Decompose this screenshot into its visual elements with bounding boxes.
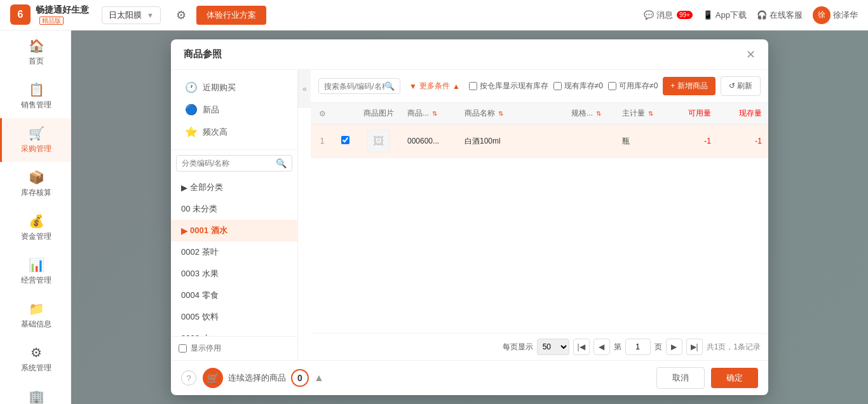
sidebar-item-basic[interactable]: 📁 基础信息 bbox=[0, 293, 71, 337]
avail-not-zero-checkbox-label[interactable]: 可用库存≠0 bbox=[608, 81, 658, 91]
sidebar-item-sales[interactable]: 📋 销售管理 bbox=[0, 74, 71, 118]
category-0008[interactable]: 0008 水 bbox=[171, 328, 297, 336]
quick-new[interactable]: 🔵 新品 bbox=[177, 98, 291, 121]
user-profile-item[interactable]: 徐 徐泽华 bbox=[813, 6, 858, 24]
category-0001[interactable]: ▶ 0001 酒水 bbox=[171, 220, 297, 241]
sidebar-item-purchase[interactable]: 🛒 采购管理 bbox=[0, 118, 71, 162]
refresh-button[interactable]: ↺ 刷新 bbox=[721, 76, 761, 96]
category-00[interactable]: 00 未分类 bbox=[171, 198, 297, 220]
row-stock: -1 bbox=[717, 125, 768, 158]
category-search-input[interactable] bbox=[182, 159, 276, 168]
stock-not-zero-checkbox[interactable] bbox=[553, 82, 562, 90]
quick-recent[interactable]: 🕐 近期购买 bbox=[177, 76, 291, 98]
product-table-area: ⚙ 商品图片 商品... ⇅ 商品名称 bbox=[311, 103, 768, 333]
modal-title: 商品参照 bbox=[184, 48, 222, 60]
chevron-down-icon: ▼ bbox=[147, 11, 154, 19]
prev-page-button[interactable]: ◀ bbox=[593, 339, 610, 355]
sidebar-item-finance[interactable]: 💰 资金管理 bbox=[0, 206, 71, 250]
th-stock: 现存量 bbox=[717, 103, 768, 125]
nav-right-area: 💬 消息 99+ 📱 App下载 🎧 在线客服 徐 徐泽华 bbox=[644, 6, 858, 24]
sidebar-item-system[interactable]: ⚙ 系统管理 bbox=[0, 337, 71, 381]
star-icon: ⭐ bbox=[185, 126, 198, 138]
notifications-item[interactable]: 💬 消息 99+ bbox=[644, 10, 693, 21]
per-page-label: 每页显示 bbox=[503, 342, 533, 353]
category-0003[interactable]: 0003 水果 bbox=[171, 263, 297, 285]
per-page-select[interactable]: 50 10 20 100 bbox=[537, 339, 569, 355]
app-download-item[interactable]: 📱 App下载 bbox=[703, 10, 747, 21]
category-0002[interactable]: 0002 茶叶 bbox=[171, 241, 297, 263]
warehouse-filter-checkbox-label[interactable]: 按仓库显示现有库存 bbox=[469, 81, 548, 91]
th-unit[interactable]: 主计量 ⇅ bbox=[616, 103, 660, 125]
collapse-cart-button[interactable]: ▲ bbox=[314, 372, 324, 384]
total-pages-info: 共1页，1条记录 bbox=[707, 342, 761, 353]
row-spec bbox=[565, 125, 616, 158]
row-checkbox-cell[interactable] bbox=[334, 125, 356, 158]
filter-arrow-icon: ▲ bbox=[452, 82, 460, 91]
sidebar-item-inventory[interactable]: 📦 库存核算 bbox=[0, 162, 71, 206]
phone-icon: 📱 bbox=[703, 10, 713, 20]
toolbar: 🔍 ▼ 更多条件 ▲ 按仓库显示现有库存 bbox=[311, 70, 768, 103]
modal-header: 商品参照 ✕ bbox=[171, 39, 768, 70]
show-disabled-label: 显示停用 bbox=[191, 343, 221, 354]
avail-not-zero-checkbox[interactable] bbox=[608, 82, 616, 90]
page-number-input[interactable] bbox=[625, 339, 651, 355]
stock-not-zero-checkbox-label[interactable]: 现有库存≠0 bbox=[553, 81, 603, 91]
product-search-input[interactable] bbox=[324, 82, 384, 91]
product-table: ⚙ 商品图片 商品... ⇅ 商品名称 bbox=[311, 103, 768, 158]
sidebar-item-enterprise[interactable]: 🏢 企业协同 bbox=[0, 381, 71, 404]
modal-overlay: 商品参照 ✕ 🕐 近期购买 🔵 bbox=[71, 30, 868, 404]
search-icon[interactable]: 🔍 bbox=[276, 158, 287, 168]
row-num: 1 bbox=[311, 125, 334, 158]
th-img: 商品图片 bbox=[356, 103, 401, 125]
table-settings-icon[interactable]: ⚙ bbox=[311, 103, 334, 125]
nav-dropdown-store[interactable]: 日太阳膜 ▼ bbox=[102, 6, 161, 24]
modal-close-button[interactable]: ✕ bbox=[746, 49, 756, 60]
product-image: 🖼 bbox=[367, 130, 390, 152]
confirm-button[interactable]: 确定 bbox=[711, 368, 758, 388]
sidebar-item-operation[interactable]: 📊 经营管理 bbox=[0, 250, 71, 293]
quick-access-area: 🕐 近期购买 🔵 新品 ⭐ 频次高 bbox=[171, 70, 297, 150]
product-search-box[interactable]: 🔍 bbox=[318, 78, 400, 94]
trial-button[interactable]: 体验行业方案 bbox=[196, 6, 266, 25]
row-name: 白酒100ml bbox=[458, 125, 565, 158]
row-code: 000600... bbox=[401, 125, 458, 158]
table-row[interactable]: 1 🖼 bbox=[311, 125, 768, 158]
th-name[interactable]: 商品名称 ⇅ bbox=[458, 103, 565, 125]
first-page-button[interactable]: |◀ bbox=[573, 339, 590, 355]
cart-count: 0 bbox=[291, 369, 309, 387]
category-0001-arrow: ▶ bbox=[181, 226, 187, 236]
th-avail: 可用量 bbox=[660, 103, 717, 125]
category-arrow: ▶ bbox=[181, 183, 187, 192]
warehouse-filter-checkbox[interactable] bbox=[469, 82, 477, 90]
search-icon[interactable]: 🔍 bbox=[384, 81, 395, 91]
operation-icon: 📊 bbox=[29, 257, 44, 273]
category-0005[interactable]: 0005 饮料 bbox=[171, 306, 297, 328]
th-check bbox=[334, 103, 356, 125]
category-0004[interactable]: 0004 零食 bbox=[171, 285, 297, 306]
show-disabled-checkbox[interactable] bbox=[179, 344, 187, 353]
sidebar-item-home[interactable]: 🏠 首页 bbox=[0, 30, 71, 74]
quick-frequent[interactable]: ⭐ 频次高 bbox=[177, 121, 291, 143]
cancel-button[interactable]: 取消 bbox=[656, 367, 705, 389]
th-spec[interactable]: 规格... ⇅ bbox=[565, 103, 616, 125]
logo-badge: 精品版 bbox=[39, 17, 64, 25]
cart-icon[interactable]: 🛒 bbox=[203, 368, 223, 388]
help-icon[interactable]: ? bbox=[181, 370, 196, 386]
enterprise-icon: 🏢 bbox=[29, 389, 44, 404]
left-panel-collapse-button[interactable]: « bbox=[298, 70, 311, 108]
category-search-box[interactable]: 🔍 bbox=[176, 155, 292, 172]
th-code[interactable]: 商品... ⇅ bbox=[401, 103, 458, 125]
last-page-button[interactable]: ▶| bbox=[686, 339, 703, 355]
customer-service-item[interactable]: 🎧 在线客服 bbox=[757, 10, 803, 21]
content-area: 商品参照 ✕ 🕐 近期购买 🔵 bbox=[71, 30, 868, 404]
main-layout: 🏠 首页 📋 销售管理 🛒 采购管理 📦 库存核算 💰 资金管理 📊 经营管理 … bbox=[0, 30, 868, 404]
settings-icon[interactable]: ⚙ bbox=[171, 5, 191, 25]
modal-footer: ? 🛒 连续选择的商品 0 ▲ 取消 确定 bbox=[171, 360, 768, 395]
add-product-button[interactable]: + 新增商品 bbox=[663, 77, 715, 95]
filter-more-button[interactable]: ▼ 更多条件 ▲ bbox=[405, 78, 464, 94]
row-checkbox[interactable] bbox=[341, 136, 349, 144]
next-page-button[interactable]: ▶ bbox=[666, 339, 682, 355]
category-all[interactable]: ▶ 全部分类 bbox=[171, 177, 297, 198]
sort-icon: ⇅ bbox=[498, 110, 503, 117]
clock-icon: 🕐 bbox=[185, 81, 198, 93]
